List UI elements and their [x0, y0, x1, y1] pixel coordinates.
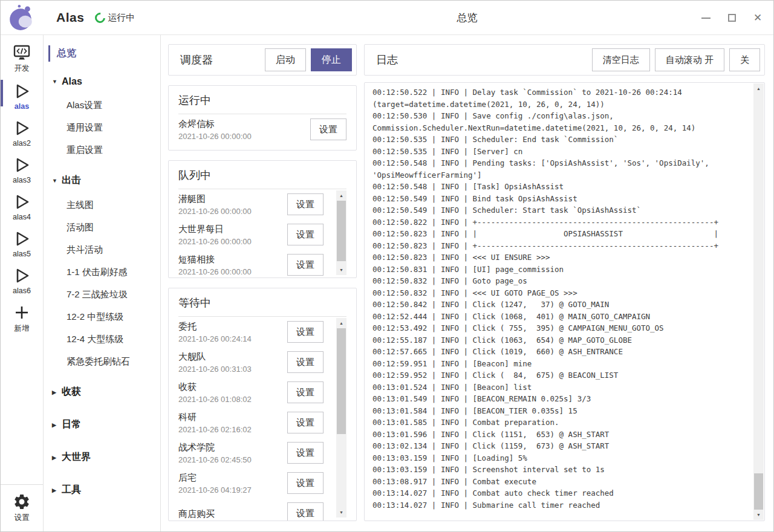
log-line: 00:12:50.822 | INFO | +-----------------…: [372, 216, 743, 229]
log-line: 00:13:01.584 | INFO | [BEACON_TIER 0.035…: [372, 405, 743, 417]
log-line: 00:12:50.842 | INFO | Click (1247, 37) @…: [372, 299, 743, 311]
rail-item-alas4[interactable]: alas4: [1, 188, 43, 225]
rail-item-alas2[interactable]: alas2: [1, 114, 43, 151]
scroll-down-icon[interactable]: ▼: [753, 510, 764, 520]
task-settings-button[interactable]: 设置: [287, 442, 324, 464]
task-settings-button[interactable]: 设置: [287, 502, 324, 521]
log-line: 00:13:01.596 | INFO | Click (1151, 653) …: [372, 429, 743, 441]
menu-group-收获[interactable]: ▶ 收获: [44, 378, 160, 406]
autoscroll-off-button[interactable]: 关: [729, 48, 760, 71]
scroll-up-icon[interactable]: ▲: [336, 190, 346, 201]
play-icon: [12, 155, 31, 175]
log-line: 00:12:50.549 | INFO | Scheduler: Start t…: [372, 204, 743, 216]
log-line: 00:12:53.492 | INFO | Click ( 755, 395) …: [372, 322, 743, 334]
autoscroll-on-button[interactable]: 自动滚动 开: [655, 48, 724, 71]
section-title: 队列中: [178, 168, 346, 183]
rail-item-alas3[interactable]: alas3: [1, 151, 43, 188]
start-button[interactable]: 启动: [265, 48, 306, 71]
clear-log-button[interactable]: 清空日志: [592, 48, 650, 71]
app-title: Alas: [56, 10, 84, 25]
task-time: 2021-10-26 02:45:50: [178, 454, 287, 465]
menu-item-7-2 三战捡垃圾[interactable]: 7-2 三战捡垃圾: [44, 284, 160, 306]
scroll-up-icon[interactable]: ▲: [753, 83, 764, 94]
scrollbar-thumb[interactable]: [337, 201, 346, 261]
task-name: 商店购买: [178, 507, 287, 521]
log-line: 00:12:50.535 | INFO | [Server] cn: [372, 146, 743, 158]
menu-item-Alas设置[interactable]: Alas设置: [44, 94, 160, 117]
sidebar-item-overview[interactable]: 总览: [44, 44, 160, 63]
task-settings-button[interactable]: 设置: [287, 472, 324, 494]
rail-item-alas[interactable]: alas: [1, 77, 43, 114]
log-line: 00:12:50.823 | INFO | | OPSIASHASSIST |: [372, 228, 743, 240]
task-row: 战术学院 2021-10-26 02:45:50 设置: [178, 438, 324, 468]
rail-item-alas6[interactable]: alas6: [1, 262, 43, 299]
menu-item-主线图[interactable]: 主线图: [44, 194, 160, 216]
log-scrollbar[interactable]: ▲ ▼: [753, 83, 764, 520]
task-settings-button[interactable]: 设置: [287, 254, 324, 276]
task-row: 收获 2021-10-26 01:08:02 设置: [178, 377, 324, 407]
scroll-down-icon[interactable]: ▼: [336, 265, 346, 275]
log-line: 00:13:01.585 | INFO | Combat preparation…: [372, 417, 743, 429]
menu-item-12-2 中型练级[interactable]: 12-2 中型练级: [44, 306, 160, 328]
rail-item-dev[interactable]: 开发: [1, 39, 43, 77]
log-panel-header: 日志 清空日志 自动滚动 开 关: [364, 44, 765, 76]
log-line: 00:13:14.027 | INFO | Combat auto check …: [372, 487, 743, 499]
task-time: 2021-10-26 00:00:00: [178, 266, 287, 277]
scroll-down-icon[interactable]: ▼: [336, 507, 346, 517]
task-section: 等待中 委托 2021-10-26 00:24:14 设置 大舰队 2021-1…: [168, 288, 357, 521]
scrollbar-thumb[interactable]: [337, 328, 346, 434]
log-output[interactable]: 00:12:50.522 | INFO | Delay task `Commis…: [364, 82, 765, 521]
menu-item-12-4 大型练级[interactable]: 12-4 大型练级: [44, 328, 160, 351]
task-settings-button[interactable]: 设置: [287, 351, 324, 373]
rail-item-alas5[interactable]: alas5: [1, 225, 43, 262]
task-settings-button[interactable]: 设置: [287, 321, 324, 343]
task-time: 2021-10-26 01:08:02: [178, 394, 287, 405]
scrollbar-thumb[interactable]: [754, 473, 763, 510]
list-scrollbar[interactable]: ▲ ▼: [336, 318, 346, 517]
task-time: 2021-10-26 00:00:00: [178, 236, 287, 247]
scheduler-panel: 调度器 启动 停止: [168, 44, 357, 76]
menu-group-出击[interactable]: ▼ 出击: [44, 167, 160, 194]
task-settings-button[interactable]: 设置: [287, 412, 324, 433]
close-icon[interactable]: ✕: [753, 13, 763, 23]
log-line: 00:12:59.952 | INFO | Click ( 84, 675) @…: [372, 369, 743, 381]
menu-item-共斗活动[interactable]: 共斗活动: [44, 239, 160, 261]
log-line: 00:13:01.549 | INFO | [BEACON_REMAIN 0.0…: [372, 393, 743, 405]
menu-item-重启设置[interactable]: 重启设置: [44, 139, 160, 161]
menu-item-紧急委托刷钻石[interactable]: 紧急委托刷钻石: [44, 351, 160, 373]
menu-item-活动图[interactable]: 活动图: [44, 216, 160, 239]
main-body: 开发 alas alas2 alas3 alas4 alas5 alas6 新增…: [1, 35, 773, 531]
chevron-icon: ▶: [52, 487, 62, 493]
active-indicator: [1, 80, 3, 106]
chevron-icon: ▼: [52, 79, 62, 85]
log-line: 00:12:50.548 | INFO | [Task] OpsiAshAssi…: [372, 181, 743, 193]
task-time: 2021-10-26 02:16:02: [178, 424, 287, 435]
minimize-icon[interactable]: [701, 13, 711, 23]
rail-item-add[interactable]: 新增: [1, 299, 43, 337]
task-settings-button[interactable]: 设置: [287, 193, 324, 215]
menu-group-工具[interactable]: ▶ 工具: [44, 476, 160, 504]
status-label: 运行中: [108, 12, 135, 24]
menu-item-通用设置[interactable]: 通用设置: [44, 117, 160, 139]
task-settings-button[interactable]: 设置: [287, 381, 324, 403]
task-name: 大舰队: [178, 349, 287, 363]
log-line: 00:13:01.524 | INFO | [Beacon] list: [372, 381, 743, 394]
menu-group-日常[interactable]: ▶ 日常: [44, 411, 160, 438]
log-line: 00:13:02.134 | INFO | Click (1159, 673) …: [372, 440, 743, 452]
sidebar-item-settings[interactable]: 设置: [1, 484, 43, 531]
maximize-icon[interactable]: [727, 13, 737, 23]
menu-group-大世界[interactable]: ▶ 大世界: [44, 444, 160, 471]
chevron-icon: ▶: [52, 389, 62, 395]
scroll-up-icon[interactable]: ▲: [336, 318, 346, 328]
task-settings-button[interactable]: 设置: [310, 118, 346, 140]
task-settings-button[interactable]: 设置: [287, 224, 324, 245]
settings-label: 设置: [15, 513, 30, 523]
task-name: 后宅: [178, 470, 287, 484]
menu-item-1-1 伏击刷好感[interactable]: 1-1 伏击刷好感: [44, 261, 160, 284]
stop-button[interactable]: 停止: [311, 48, 352, 71]
log-title: 日志: [376, 53, 398, 67]
task-row: 大世界每日 2021-10-26 00:00:00 设置: [178, 219, 324, 250]
log-line: 00:12:50.823 | INFO | <<< UI ENSURE >>>: [372, 251, 743, 264]
menu-group-Alas[interactable]: ▼ Alas: [44, 69, 160, 94]
list-scrollbar[interactable]: ▲ ▼: [336, 190, 346, 275]
